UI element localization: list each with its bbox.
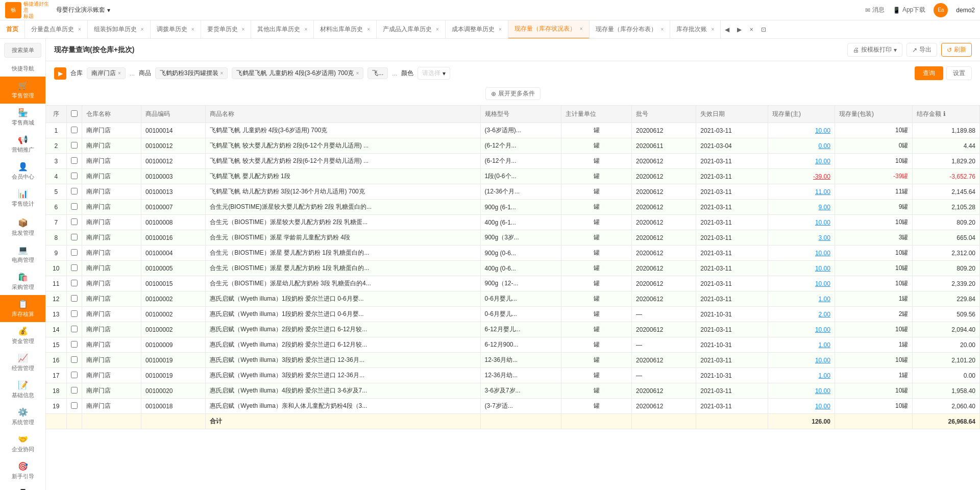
cell-stock-main[interactable]: 11.00: [768, 184, 835, 200]
cell-stock-main[interactable]: -39.00: [768, 169, 835, 184]
search-menu-button[interactable]: 搜索菜单: [4, 43, 41, 58]
cell-check[interactable]: [66, 246, 82, 261]
query-button[interactable]: 查询: [915, 66, 943, 80]
export-button[interactable]: ↗ 导出: [906, 43, 937, 57]
tab-prev-button[interactable]: ◀: [721, 20, 733, 39]
cell-check[interactable]: [66, 169, 82, 184]
sidebar-item-operations[interactable]: 📈 经营管理: [0, 349, 45, 376]
tab-close-icon[interactable]: ×: [304, 27, 307, 32]
select-all-checkbox[interactable]: [71, 110, 78, 117]
cell-stock-main[interactable]: 10.00: [768, 322, 835, 337]
product-filter-tag-3[interactable]: 飞...: [368, 67, 388, 79]
product-tag2-close-icon[interactable]: ×: [356, 70, 359, 76]
cell-check[interactable]: [66, 215, 82, 230]
cell-stock-main[interactable]: 10.00: [768, 276, 835, 291]
tab-close-icon[interactable]: ×: [711, 27, 714, 32]
warehouse-tag-close-icon[interactable]: ×: [118, 70, 121, 76]
cell-check[interactable]: [66, 276, 82, 291]
warehouse-filter-tag[interactable]: 南岸门店 ×: [87, 67, 126, 79]
cell-check[interactable]: [66, 307, 82, 322]
sidebar-item-marketing[interactable]: 📢 营销推广: [0, 131, 45, 158]
sidebar-item-basic-info[interactable]: 📝 基础信息: [0, 376, 45, 403]
tab-mix[interactable]: 调拨单历史 ×: [151, 20, 201, 39]
cell-stock-main[interactable]: 1.00: [768, 337, 835, 353]
tab-close-icon[interactable]: ×: [499, 27, 502, 32]
tab-close-icon[interactable]: ×: [367, 27, 370, 32]
sidebar-item-inventory-check[interactable]: 📋 库存核算: [0, 295, 45, 322]
sidebar-item-wholesale[interactable]: 📦 批发管理: [0, 214, 45, 241]
cell-stock-main[interactable]: 1.00: [768, 368, 835, 383]
filter-expand-arrow[interactable]: ▶: [54, 67, 66, 80]
warehouse-filter-more[interactable]: ...: [130, 70, 135, 77]
cell-check[interactable]: [66, 291, 82, 307]
cell-check[interactable]: [66, 154, 82, 169]
sidebar-item-purchase[interactable]: 🛍️ 采购管理: [0, 268, 45, 295]
print-template-button[interactable]: 🖨 按模板打印 ▾: [847, 43, 902, 57]
cell-check[interactable]: [66, 353, 82, 368]
cell-stock-main[interactable]: 10.00: [768, 246, 835, 261]
cell-check[interactable]: [66, 123, 82, 138]
tab-batch-ledger[interactable]: 库存批次账 ×: [670, 20, 721, 39]
product-tag1-close-icon[interactable]: ×: [220, 70, 224, 76]
tab-split-inventory[interactable]: 分量盘点单历史 ×: [25, 20, 88, 39]
cell-check[interactable]: [66, 368, 82, 383]
settings-button[interactable]: 设置: [946, 66, 972, 80]
tab-home[interactable]: 首页: [0, 20, 25, 39]
cell-stock-main[interactable]: 10.00: [768, 383, 835, 399]
cell-check[interactable]: [66, 337, 82, 353]
refresh-button[interactable]: ↺ 刷新: [941, 43, 972, 57]
sidebar-item-app-center[interactable]: 📱 应用中心: [0, 484, 45, 490]
sidebar-item-enterprise-collab[interactable]: 🤝 企业协同: [0, 430, 45, 457]
sidebar-item-finance[interactable]: 💰 资金管理: [0, 322, 45, 349]
tab-product-in[interactable]: 产成品入库单历史 ×: [377, 20, 446, 39]
tab-close-icon[interactable]: ×: [242, 27, 245, 32]
tab-close-icon[interactable]: ×: [580, 26, 583, 32]
cell-check[interactable]: [66, 322, 82, 337]
cell-check[interactable]: [66, 230, 82, 246]
sidebar-item-retail-stats[interactable]: 📊 零售统计: [0, 185, 45, 212]
cell-stock-main[interactable]: 10.00: [768, 353, 835, 368]
color-filter-dropdown[interactable]: 请选择 ▾: [418, 67, 450, 80]
tab-close-icon[interactable]: ×: [191, 27, 194, 32]
cell-stock-main[interactable]: 10.00: [768, 261, 835, 276]
cell-stock-main[interactable]: 3.00: [768, 230, 835, 246]
sidebar-item-ecommerce[interactable]: 💻 电商管理: [0, 241, 45, 268]
sidebar-item-member-center[interactable]: 👤 会员中心: [0, 158, 45, 185]
expand-more-conditions-button[interactable]: ⊕ 展开更多条件: [485, 87, 541, 100]
cell-stock-main[interactable]: 2.00: [768, 307, 835, 322]
cell-check[interactable]: [66, 184, 82, 200]
tab-inventory-status[interactable]: 现存量（库存状况表） ×: [508, 20, 590, 39]
cell-check[interactable]: [66, 383, 82, 399]
cell-stock-main[interactable]: 10.00: [768, 215, 835, 230]
cell-check[interactable]: [66, 138, 82, 154]
product-filter-tag-2[interactable]: 飞鹤星飞帆 儿童奶粉 4段(3-6岁适用) 700克 ×: [232, 67, 363, 79]
tab-unpack[interactable]: 组装拆卸单历史 ×: [88, 20, 151, 39]
tab-close-icon[interactable]: ×: [141, 27, 144, 32]
cell-check[interactable]: [66, 261, 82, 276]
tab-next-button[interactable]: ▶: [733, 20, 745, 39]
cell-stock-main[interactable]: 10.00: [768, 123, 835, 138]
cell-stock-main[interactable]: 1.00: [768, 291, 835, 307]
sidebar-item-system[interactable]: ⚙️ 系统管理: [0, 403, 45, 430]
cell-stock-main[interactable]: 9.00: [768, 200, 835, 215]
cell-check[interactable]: [66, 200, 82, 215]
tab-close-icon[interactable]: ×: [78, 27, 81, 32]
tab-other-out[interactable]: 其他出库单历史 ×: [251, 20, 314, 39]
industry-select[interactable]: 母婴行业演示账套 ▾: [56, 6, 110, 14]
product-filter-tag-1[interactable]: 飞鹤奶粉3段丙罐摆装 ×: [155, 67, 228, 79]
message-button[interactable]: ✉ 消息: [865, 6, 885, 14]
sidebar-item-new-guide[interactable]: 🎯 新手引导: [0, 457, 45, 484]
cell-stock-main[interactable]: 10.00: [768, 154, 835, 169]
avatar[interactable]: Ea: [934, 3, 948, 17]
cell-stock-main[interactable]: 0.00: [768, 138, 835, 154]
sidebar-item-retail-shop[interactable]: 🏪 零售商城: [0, 104, 45, 131]
cell-stock-main[interactable]: 10.00: [768, 399, 835, 414]
tab-material-out[interactable]: 材料出库单历史 ×: [314, 20, 377, 39]
tab-close-icon[interactable]: ×: [661, 27, 664, 32]
tab-close-icon[interactable]: ×: [436, 27, 439, 32]
tab-close-all-button[interactable]: ×: [745, 20, 757, 39]
tab-cost-adjust[interactable]: 成本调整单历史 ×: [446, 20, 508, 39]
app-download-button[interactable]: 📱 App下载: [893, 6, 925, 14]
tab-menu-button[interactable]: ⊡: [757, 20, 770, 39]
cell-check[interactable]: [66, 399, 82, 414]
